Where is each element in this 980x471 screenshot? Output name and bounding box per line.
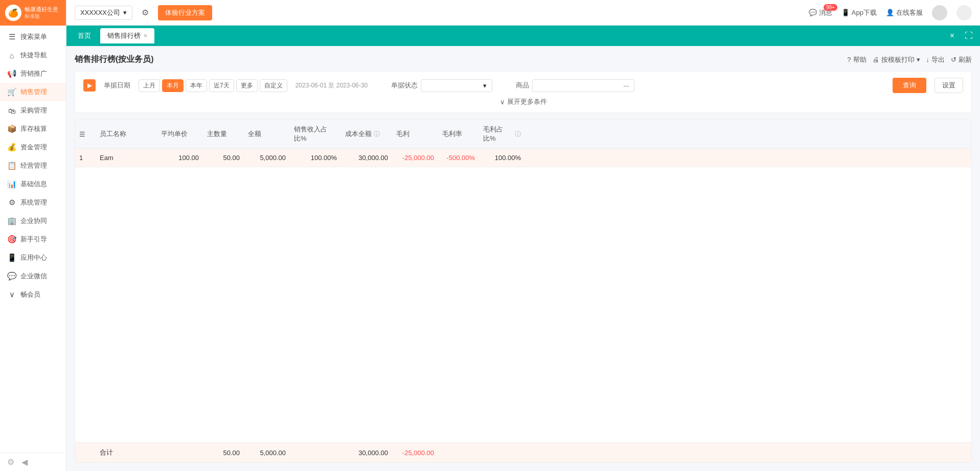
status-select[interactable]: ▾ <box>421 79 492 92</box>
print-button[interactable]: 🖨 按模板打印 ▾ <box>873 55 920 64</box>
sidebar-item-enterprise[interactable]: 🏢 企业协同 <box>0 212 66 230</box>
footer-cost: 30,000.00 <box>358 449 388 457</box>
sidebar-item-finance[interactable]: 💰 资金管理 <box>0 138 66 156</box>
sidebar-item-label: 快捷导航 <box>20 51 47 60</box>
th-cost-label: 成本全额 <box>345 129 372 139</box>
status-filter-label: 单据状态 <box>391 81 418 90</box>
sidebar-item-newbie[interactable]: 🎯 新手引导 <box>0 230 66 249</box>
ellipsis-icon: ··· <box>623 82 629 89</box>
chevron-down-icon: ▾ <box>123 9 127 16</box>
th-qty-label: 主数量 <box>207 129 227 139</box>
tab-sales-ranking[interactable]: 销售排行榜 × <box>100 28 154 43</box>
sidebar-item-sales[interactable]: 🛒 销售管理 <box>0 83 66 101</box>
tab-home[interactable]: 首页 <box>71 28 98 43</box>
page-actions: ? 帮助 🖨 按模板打印 ▾ ↓ 导出 ↺ 刷新 <box>847 55 972 64</box>
goods-input[interactable]: ··· <box>532 79 634 92</box>
th-rank: ☰ <box>75 120 96 148</box>
user-avatar[interactable] <box>932 5 947 20</box>
th-sales-pct-label: 销售收入占比% <box>294 125 337 143</box>
export-icon: ↓ <box>926 56 930 63</box>
tf-empty <box>75 443 96 462</box>
th-profit-pct-label: 毛利占比% <box>483 125 513 143</box>
sidebar-item-basic[interactable]: 📊 基础信息 <box>0 175 66 193</box>
print-label: 按模板打印 <box>881 55 915 64</box>
query-button[interactable]: 查询 <box>893 78 926 93</box>
newbie-icon: 🎯 <box>7 235 16 244</box>
export-button[interactable]: ↓ 导出 <box>926 55 945 64</box>
sidebar-item-marketing[interactable]: 📢 营销推广 <box>0 64 66 83</box>
sidebar-item-member[interactable]: ∨ 畅会员 <box>0 285 66 304</box>
settings-bottom-icon[interactable]: ⚙ <box>7 457 14 467</box>
header-right: 💬 消息 99+ 📱 App下载 👤 在线客服 <box>809 5 972 20</box>
date-buttons: 上月 本月 本年 近7天 更多 自定义 <box>139 79 287 92</box>
service-icon: 👤 <box>886 9 894 16</box>
download-icon: 📱 <box>841 9 850 16</box>
industry-button[interactable]: 体验行业方案 <box>158 5 212 20</box>
user-name[interactable] <box>956 5 972 20</box>
logo-icon: 🍊 <box>5 5 21 21</box>
sales-icon: 🛒 <box>7 87 16 97</box>
sidebar-item-wechat[interactable]: 💬 企业微信 <box>0 267 66 285</box>
refresh-button[interactable]: ↺ 刷新 <box>951 55 972 64</box>
logo-sub: 标准版 <box>25 13 58 20</box>
message-button[interactable]: 💬 消息 99+ <box>809 8 832 17</box>
settings-filter-button[interactable]: 设置 <box>935 78 963 93</box>
info-icon[interactable]: ⓘ <box>374 130 380 139</box>
date-btn-more[interactable]: 更多 <box>236 79 258 92</box>
sidebar-item-apps[interactable]: 📱 应用中心 <box>0 249 66 267</box>
marketing-icon: 📢 <box>7 69 16 78</box>
sidebar-item-system[interactable]: ⚙ 系统管理 <box>0 193 66 212</box>
date-btn-current-month[interactable]: 本月 <box>162 79 184 92</box>
sidebar-item-label: 企业微信 <box>20 272 47 281</box>
app-download-button[interactable]: 📱 App下载 <box>841 8 877 17</box>
date-btn-prev-month[interactable]: 上月 <box>139 79 160 92</box>
th-cost: 成本全额 ⓘ <box>341 120 392 148</box>
sidebar-item-inventory[interactable]: 📦 库存核算 <box>0 120 66 138</box>
table-row: 1 Eam 100.00 50.00 5,000.00 10 <box>75 149 971 167</box>
table-header: ☰ 员工名称 平均单价 主数量 全额 销售收入占比% 成本全额 <box>75 120 971 149</box>
td-amount: 5,000.00 <box>244 149 290 167</box>
filter-toggle-button[interactable]: ▶ <box>83 79 96 92</box>
sidebar-item-search[interactable]: ☰ 搜索菜单 <box>0 28 66 46</box>
apps-icon: 📱 <box>7 253 16 262</box>
help-icon: ? <box>847 56 851 63</box>
top-header: XXXXXX公司 ▾ ⚙ 体验行业方案 💬 消息 99+ 📱 App下载 👤 在… <box>66 0 980 26</box>
tab-minimize-icon[interactable]: × <box>947 30 958 41</box>
help-button[interactable]: ? 帮助 <box>847 55 866 64</box>
sidebar-item-label: 搜索菜单 <box>20 32 47 41</box>
collapse-icon[interactable]: ◀ <box>21 457 28 467</box>
th-profit-rate: 毛利率 <box>438 120 479 148</box>
date-btn-year[interactable]: 本年 <box>186 79 207 92</box>
app-logo: 🍊 畅康通好生意 标准版 <box>0 0 66 26</box>
td-sales-pct: 100.00% <box>290 149 341 167</box>
date-btn-custom[interactable]: 自定义 <box>260 79 287 92</box>
th-qty: 主数量 <box>203 120 244 148</box>
online-service-button[interactable]: 👤 在线客服 <box>886 8 923 17</box>
th-profit-rate-label: 毛利率 <box>442 129 462 139</box>
th-profit-label: 毛利 <box>396 129 409 139</box>
system-icon: ⚙ <box>7 198 16 207</box>
td-extra <box>525 149 971 167</box>
amount-value: 5,000.00 <box>260 154 286 162</box>
print-chevron-icon: ▾ <box>917 56 920 63</box>
tab-expand-icon[interactable]: ⛶ <box>962 30 976 41</box>
footer-profit: -25,000.00 <box>402 449 434 457</box>
tab-close-icon[interactable]: × <box>144 32 147 39</box>
th-name-label: 员工名称 <box>100 129 126 139</box>
wechat-icon: 💬 <box>7 272 16 281</box>
header-settings-button[interactable]: ⚙ <box>138 5 153 20</box>
sidebar-item-operations[interactable]: 📋 经营管理 <box>0 156 66 175</box>
sidebar-item-purchase[interactable]: 🛍 采购管理 <box>0 101 66 120</box>
date-btn-7days[interactable]: 近7天 <box>209 79 234 92</box>
sidebar-item-shortcut[interactable]: ⌂ 快捷导航 <box>0 46 66 64</box>
td-profit-rate: -500.00% <box>438 149 479 167</box>
info-icon-2[interactable]: ⓘ <box>515 130 521 139</box>
expand-conditions-button[interactable]: ∨ 展开更多条件 <box>500 97 547 106</box>
company-selector[interactable]: XXXXXX公司 ▾ <box>75 6 132 20</box>
avg-price-value: 100.00 <box>178 154 199 162</box>
sidebar: 🍊 畅康通好生意 标准版 ☰ 搜索菜单 ⌂ 快捷导航 📢 营销推广 🛒 销售管理… <box>0 0 66 471</box>
sort-icon: ☰ <box>79 130 85 138</box>
footer-qty: 50.00 <box>223 449 240 457</box>
td-rank: 1 <box>75 149 96 167</box>
table-area: ☰ 员工名称 平均单价 主数量 全额 销售收入占比% 成本全额 <box>75 119 972 463</box>
